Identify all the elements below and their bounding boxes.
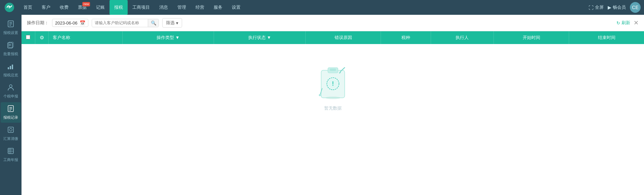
sidebar: 报税设置 批量报税 报税总览 — [0, 15, 22, 195]
personal-tax-icon — [7, 84, 14, 93]
svg-point-13 — [9, 85, 12, 87]
sidebar-label: 工商年报 — [3, 157, 18, 162]
col-checkbox — [22, 31, 35, 44]
search-icon: 🔍 — [151, 21, 157, 26]
toolbar: 操作日期： 2023-06-06 📅 🔍 筛选 ▾ ↻ 刷新 ✕ — [22, 15, 644, 31]
calendar-icon[interactable]: 📅 — [80, 20, 85, 26]
sidebar-label: 个税申报 — [3, 94, 18, 99]
refresh-icon: ↻ — [616, 21, 620, 26]
tax-record-icon — [7, 105, 14, 114]
col-executor: 执行人 — [431, 31, 494, 44]
filter-button[interactable]: 筛选 ▾ — [162, 18, 182, 28]
col-tax-type: 税种 — [381, 31, 431, 44]
select-all-checkbox[interactable] — [26, 35, 30, 39]
settings-icon[interactable]: ⚙ — [40, 35, 44, 40]
search-button[interactable]: 🔍 — [148, 19, 159, 27]
col-end-time: 结束时间 — [569, 31, 644, 44]
nav-invoice[interactable]: 票据 new — [73, 0, 91, 15]
sidebar-item-tax-settings[interactable]: 报税设置 — [1, 17, 21, 38]
svg-rect-29 — [330, 69, 336, 71]
nav-home[interactable]: 首页 — [19, 0, 37, 15]
main-layout: 报税设置 批量报税 报税总览 — [0, 15, 644, 195]
sidebar-item-settlement[interactable]: 汇算清缴 — [1, 123, 21, 144]
nav-operation[interactable]: 经营 — [191, 0, 209, 15]
nav-tax[interactable]: 报税 — [110, 0, 128, 15]
new-badge: new — [82, 2, 90, 6]
chevron-down-icon: ▾ — [176, 21, 178, 26]
svg-point-37 — [319, 94, 321, 96]
nav-business[interactable]: 工商项目 — [128, 0, 155, 15]
svg-rect-14 — [8, 106, 13, 112]
toolbar-right: ↻ 刷新 ✕ — [616, 19, 639, 27]
nav-settings[interactable]: 设置 — [227, 0, 245, 15]
nav-bookkeeping[interactable]: 记账 — [91, 0, 110, 15]
sidebar-item-personal-tax[interactable]: 个税申报 — [1, 81, 21, 102]
search-input[interactable] — [92, 19, 148, 27]
svg-rect-18 — [8, 127, 13, 132]
fullscreen-button[interactable]: ⛶ 全屏 — [589, 4, 604, 10]
date-value: 2023-06-06 — [55, 21, 78, 26]
nav-right: ⛶ 全屏 ▶ 畅会员 CE — [589, 2, 641, 13]
svg-rect-11 — [10, 66, 11, 69]
tax-overview-icon — [7, 63, 14, 72]
col-start-time: 开始时间 — [493, 31, 569, 44]
nav-service[interactable]: 服务 — [209, 0, 227, 15]
sidebar-item-tax-overview[interactable]: 报税总览 — [1, 60, 21, 80]
tax-settings-icon — [7, 20, 14, 29]
empty-text: 暂无数据 — [324, 105, 342, 111]
batch-tax-icon — [7, 41, 14, 50]
sidebar-label: 批量报税 — [3, 51, 18, 56]
member-button[interactable]: ▶ 畅会员 — [608, 4, 626, 10]
sidebar-label: 报税记录 — [3, 115, 18, 120]
svg-text:!: ! — [332, 80, 334, 87]
sidebar-label: 报税设置 — [3, 30, 18, 35]
annual-report-icon — [7, 147, 14, 156]
date-label: 操作日期： — [27, 20, 49, 26]
refresh-button[interactable]: ↻ 刷新 — [616, 20, 630, 26]
filter-label: 筛选 — [166, 20, 175, 26]
date-picker[interactable]: 2023-06-06 📅 — [52, 19, 88, 27]
nav-customer[interactable]: 客户 — [37, 0, 55, 15]
col-error-reason: 错误原因 — [305, 31, 381, 44]
settlement-icon — [7, 126, 14, 135]
table-container: ⚙ 客户名称 操作类型 ▼ 执行状态 ▼ 错误原因 — [22, 31, 644, 195]
top-nav: 首页 客户 收费 票据 new 记账 报税 工商项目 消息 管理 经营 服务 设… — [0, 0, 644, 15]
sidebar-label: 汇算清缴 — [3, 136, 18, 141]
search-box[interactable]: 🔍 — [92, 19, 159, 27]
close-button[interactable]: ✕ — [634, 19, 639, 27]
sidebar-item-tax-record[interactable]: 报税记录 — [1, 102, 21, 123]
col-settings: ⚙ — [35, 31, 48, 44]
svg-point-35 — [326, 96, 340, 99]
col-exec-status[interactable]: 执行状态 ▼ — [214, 31, 306, 44]
empty-illustration: ! — [316, 64, 350, 101]
nav-manage[interactable]: 管理 — [173, 0, 191, 15]
avatar[interactable]: CE — [630, 2, 641, 13]
data-table: ⚙ 客户名称 操作类型 ▼ 执行状态 ▼ 错误原因 — [22, 31, 644, 131]
sidebar-item-batch-tax[interactable]: 批量报税 — [1, 39, 21, 59]
svg-rect-10 — [8, 67, 9, 69]
col-client-name: 客户名称 — [48, 31, 122, 44]
fullscreen-icon: ⛶ — [589, 5, 594, 10]
empty-state: ! — [22, 44, 644, 131]
svg-point-1 — [8, 6, 10, 8]
video-icon: ▶ — [608, 5, 611, 10]
sidebar-item-annual-report[interactable]: 工商年报 — [1, 145, 21, 165]
sidebar-label: 报税总览 — [3, 73, 18, 78]
content-area: 操作日期： 2023-06-06 📅 🔍 筛选 ▾ ↻ 刷新 ✕ — [22, 15, 644, 195]
col-op-type[interactable]: 操作类型 ▼ — [122, 31, 214, 44]
svg-rect-12 — [12, 65, 13, 69]
logo[interactable] — [3, 1, 15, 13]
nav-message[interactable]: 消息 — [155, 0, 173, 15]
nav-fee[interactable]: 收费 — [55, 0, 73, 15]
